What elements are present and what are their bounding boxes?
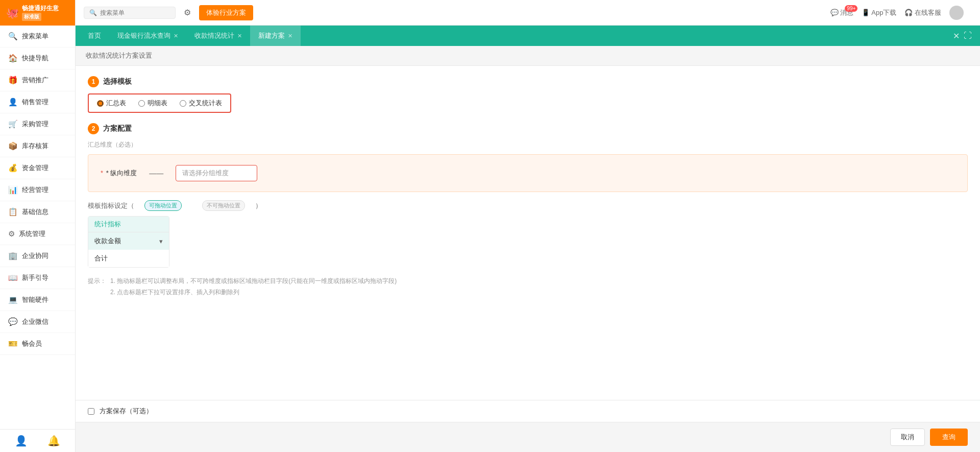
sales-icon: 👤: [8, 98, 18, 107]
download-label: App下载: [871, 9, 896, 16]
tip-text-1: 1. 拖动标题栏可以调整布局，不可跨维度或指标区域拖动栏目字段(只能在同一维度或…: [110, 276, 397, 287]
sidebar-bottom: 👤 🔔: [0, 429, 75, 452]
sidebar-item-purchase[interactable]: 🛒采购管理: [0, 113, 75, 135]
trial-button[interactable]: 体验行业方案: [199, 5, 253, 20]
sidebar-item-label: 库存核算: [22, 141, 48, 151]
tab-bank[interactable]: 现金银行流水查询✕: [109, 26, 186, 46]
tip-label: 提示：: [88, 276, 106, 287]
sidebar-item-label: 搜索菜单: [22, 32, 48, 41]
sidebar-item-label: 基础信息: [22, 207, 48, 217]
save-label[interactable]: 方案保存（可选）: [100, 407, 153, 416]
avatar[interactable]: [949, 6, 964, 20]
close-tab-bank[interactable]: ✕: [174, 33, 178, 39]
radio-summary-input[interactable]: [97, 100, 104, 107]
sidebar-item-label: 资金管理: [22, 163, 48, 173]
service-icon: 🎧: [904, 9, 913, 16]
cancel-button[interactable]: 取消: [890, 429, 925, 446]
basic-icon: 📋: [8, 207, 18, 217]
tab-label-new: 新建方案: [258, 31, 285, 40]
radio-detail[interactable]: 明细表: [138, 99, 167, 108]
sidebar: 🐙 畅捷通好生意 标准版 🔍搜索菜单🏠快捷导航🎁营销推广👤销售管理🛒采购管理📦库…: [0, 0, 76, 452]
logo-text: 畅捷通好生意: [22, 5, 59, 12]
tab-new[interactable]: 新建方案✕: [250, 26, 301, 46]
sidebar-item-basic[interactable]: 📋基础信息: [0, 201, 75, 223]
dimension-config-label: 汇总维度（必选）: [88, 140, 968, 149]
notification-area[interactable]: 💬 消息 99+: [830, 8, 854, 17]
page-title: 收款情况统计方案设置: [86, 52, 152, 59]
sidebar-item-guide[interactable]: 📖新手引导: [0, 267, 75, 289]
sidebar-item-hardware[interactable]: 💻智能硬件: [0, 289, 75, 311]
dimension-arrow: ——: [149, 169, 163, 177]
sidebar-item-member[interactable]: 🎫畅会员: [0, 333, 75, 355]
tab-home[interactable]: 首页: [80, 26, 109, 46]
metrics-table-header[interactable]: 统计指标: [88, 217, 169, 232]
radio-detail-input[interactable]: [138, 100, 145, 107]
step2-header: 2 方案配置: [88, 123, 968, 134]
sidebar-item-sales[interactable]: 👤销售管理: [0, 91, 75, 113]
gear-icon[interactable]: ⚙: [184, 8, 191, 17]
sidebar-item-label: 智能硬件: [22, 295, 48, 304]
vertical-label-text: * 纵向维度: [106, 169, 137, 177]
close-tab-new[interactable]: ✕: [288, 33, 292, 39]
sidebar-item-wechat[interactable]: 💬企业微信: [0, 311, 75, 333]
radio-summary-label: 汇总表: [106, 99, 126, 108]
step1-number: 1: [88, 76, 99, 87]
sidebar-item-system[interactable]: ⚙系统管理: [0, 223, 75, 245]
radio-summary[interactable]: 汇总表: [97, 99, 126, 108]
page-title-bar: 收款情况统计方案设置: [76, 46, 980, 66]
step2-section: 2 方案配置 汇总维度（必选） * * 纵向维度 ——: [88, 123, 968, 298]
sidebar-bottom-icon-1[interactable]: 👤: [15, 435, 28, 447]
query-button[interactable]: 查询: [930, 429, 968, 446]
radio-cross[interactable]: 交叉统计表: [180, 99, 222, 108]
metrics-row-amount[interactable]: 收款金额 ▾: [88, 232, 169, 250]
service-label: 在线客服: [915, 9, 941, 16]
tip-text-2: 2. 点击标题栏下拉可设置排序、插入列和删除列: [110, 287, 239, 298]
sidebar-item-label: 快捷导航: [22, 54, 48, 63]
step2-title: 方案配置: [103, 124, 132, 133]
footer-bar: 取消 查询: [76, 422, 980, 452]
main-area: 🔍 ⚙ 体验行业方案 💬 消息 99+ 📱 App下载 🎧 在线客服 首页现金银: [76, 0, 980, 452]
sidebar-item-corp[interactable]: 🏢企业协同: [0, 245, 75, 267]
sidebar-item-search[interactable]: 🔍搜索菜单: [0, 26, 75, 47]
sidebar-item-nav[interactable]: 🏠快捷导航: [0, 47, 75, 69]
tab-receipt[interactable]: 收款情况统计✕: [186, 26, 250, 46]
maximize-icon[interactable]: ⛶: [964, 31, 972, 41]
tab-label-receipt: 收款情况统计: [194, 31, 234, 40]
close-tab-receipt[interactable]: ✕: [237, 33, 242, 39]
metrics-dropdown-icon[interactable]: ▾: [159, 237, 163, 245]
draggable-badge: 可拖动位置: [144, 200, 182, 211]
sidebar-item-label: 新手引导: [22, 273, 48, 282]
sidebar-item-operation[interactable]: 📊经营管理: [0, 179, 75, 201]
search-icon: 🔍: [89, 9, 97, 16]
member-icon: 🎫: [8, 339, 18, 348]
step1-title: 选择模板: [103, 77, 132, 86]
metrics-header-text: 统计指标: [94, 220, 121, 229]
edition-badge: 标准版: [22, 13, 41, 21]
sidebar-item-marketing[interactable]: 🎁营销推广: [0, 69, 75, 91]
search-box[interactable]: 🔍: [84, 7, 176, 19]
nav-icon: 🏠: [8, 54, 18, 63]
inventory-icon: 📦: [8, 141, 18, 151]
purchase-icon: 🛒: [8, 120, 18, 129]
template-radio-group: 汇总表 明细表 交叉统计表: [88, 93, 231, 113]
online-service[interactable]: 🎧 在线客服: [904, 8, 941, 17]
app-download[interactable]: 📱 App下载: [862, 8, 896, 17]
sidebar-item-label: 畅会员: [22, 339, 42, 348]
tips-section: 提示： 1. 拖动标题栏可以调整布局，不可跨维度或指标区域拖动栏目字段(只能在同…: [88, 276, 968, 298]
search-input[interactable]: [100, 9, 170, 16]
step1-header: 1 选择模板: [88, 76, 968, 87]
metrics-close-paren: ）: [255, 201, 262, 210]
sidebar-item-finance[interactable]: 💰资金管理: [0, 157, 75, 179]
dimension-select[interactable]: 请选择分组维度: [176, 165, 257, 181]
close-tab-icon[interactable]: ✕: [953, 31, 960, 41]
finance-icon: 💰: [8, 163, 18, 173]
tab-label-bank: 现金银行流水查询: [117, 31, 170, 40]
marketing-icon: 🎁: [8, 76, 18, 85]
dimension-row: * * 纵向维度 —— 请选择分组维度: [101, 165, 955, 181]
non-draggable-badge: 不可拖动位置: [202, 200, 245, 211]
hardware-icon: 💻: [8, 295, 18, 304]
radio-cross-input[interactable]: [180, 100, 186, 107]
sidebar-bottom-icon-2[interactable]: 🔔: [47, 435, 60, 447]
save-checkbox[interactable]: [88, 408, 94, 415]
sidebar-item-inventory[interactable]: 📦库存核算: [0, 135, 75, 157]
